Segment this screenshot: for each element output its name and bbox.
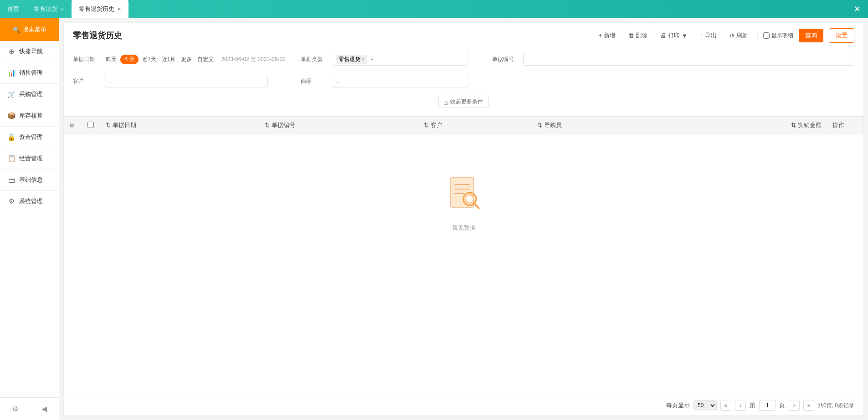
tab-retail-return-close-icon[interactable]: ✕ [60,6,64,12]
page-first-button[interactable]: « [720,400,731,411]
th-doc-date-label: ⇅ 单据日期 [106,122,136,128]
page-total: 共0页, 0条记录 [818,402,854,410]
print-button[interactable]: 🖨 打印 ▼ [657,30,691,41]
date-range-display: 2023-06-02 至 2023-06-02 [221,56,285,63]
empty-label: 暂无数据 [452,224,476,232]
sidebar-item-finance-label: 资金管理 [19,133,43,141]
export-button-label: ↑ 导出 [700,31,717,40]
sidebar-audio-icon[interactable]: ◀ [41,405,47,413]
sidebar-settings-icon[interactable]: ⚙ [12,405,18,413]
th-settings[interactable]: ⚙ [64,117,82,134]
export-button[interactable]: ↑ 导出 [697,30,720,41]
th-amount-label: ⇅ 实销金额 [791,122,822,128]
purchase-mgmt-icon: 🛒 [7,90,15,98]
sidebar-item-operations[interactable]: 📋 经营管理 [0,148,59,169]
date-opt-more[interactable]: 更多 [179,55,194,64]
svg-point-7 [466,195,469,198]
date-opt-yesterday[interactable]: 昨天 [104,55,118,64]
new-button-label: + 新增 [599,31,616,40]
tab-retail-return-history[interactable]: 零售退货历史 ✕ [72,0,128,18]
filter-goods-input[interactable]: ... [332,75,468,87]
system-mgmt-icon: ⚙ [7,197,15,205]
th-guide[interactable]: ⇅ 导购员 [532,117,668,134]
collapse-row: △ 收起更多条件 [73,92,854,112]
tab-home[interactable]: 首页 [0,0,26,18]
empty-state: 暂无数据 [64,134,863,268]
tab-retail-return-history-close-icon[interactable]: ✕ [117,6,121,12]
date-opt-custom[interactable]: 自定义 [195,55,216,64]
th-action-label: 操作 [832,122,844,128]
page-header: 零售退货历史 + 新增 🗑 删除 🖨 打印 ▼ ↑ [64,23,863,117]
display-detail-toggle[interactable]: 显示明细 [763,32,793,40]
refresh-icon: ↺ [729,32,734,39]
print-dropdown-icon[interactable]: ▼ [682,32,688,39]
filter-goods-label: 商品 [301,77,328,85]
page-next-button[interactable]: › [789,400,800,411]
operations-icon: 📋 [7,154,15,163]
page-number-input[interactable] [759,400,776,411]
sidebar-item-purchase-mgmt[interactable]: 🛒 采购管理 [0,84,59,105]
page-last-button[interactable]: » [803,400,814,411]
th-amount[interactable]: ⇅ 实销金额 [668,117,827,134]
sidebar-item-finance[interactable]: 🔒 资金管理 [0,127,59,148]
select-all-checkbox[interactable] [87,122,94,128]
filter-customer-label: 客户 [73,77,100,85]
sidebar-item-basic-info-label: 基础信息 [19,176,43,184]
sidebar-item-sales-mgmt[interactable]: 📊 销售管理 [0,62,59,84]
sidebar-item-system-mgmt-label: 系统管理 [19,197,43,205]
page-unit: 页 [779,401,785,410]
delete-button[interactable]: 🗑 删除 [625,30,652,41]
filter-doc-number-input[interactable] [523,53,854,66]
sidebar-item-inventory[interactable]: 📦 库存核算 [0,105,59,127]
display-detail-checkbox[interactable] [763,32,770,39]
sidebar-item-inventory-label: 库存核算 [19,112,43,120]
window-close-button[interactable]: ✕ [847,4,868,14]
content-area: 零售退货历史 + 新增 🗑 删除 🖨 打印 ▼ ↑ [59,18,868,420]
date-opt-7days[interactable]: 近7天 [140,55,158,64]
page-prev-button[interactable]: ‹ [735,400,746,411]
filter-customer-input[interactable]: ... [104,75,268,87]
filter-date-field: 单据日期 昨天 今天 近7天 近1月 更多 自定义 2023-06-02 至 2… [73,53,301,66]
filter-doc-type-input[interactable]: 零售退货 × ▾ [332,53,468,66]
page-label: 第 [750,401,755,410]
sidebar-item-system-mgmt[interactable]: ⚙ 系统管理 [0,191,59,212]
date-opt-today[interactable]: 今天 [120,55,139,64]
filter-doc-type-tag-close[interactable]: × [362,56,365,62]
empty-illustration [441,171,487,216]
page-size-select[interactable]: 20 50 100 [693,400,717,410]
sidebar-item-operations-label: 经营管理 [19,154,43,163]
tab-list: 首页 零售退货 ✕ 零售退货历史 ✕ [0,0,847,18]
new-button[interactable]: + 新增 [595,30,619,41]
query-button-label: 查询 [805,31,817,40]
settings-button[interactable]: 设置 [829,28,854,43]
th-checkbox[interactable] [82,117,100,134]
filter-doc-type-field: 单据类型 零售退货 × ▾ [301,51,492,67]
refresh-button[interactable]: ↺ ↺ 刷新 刷新 [726,30,752,41]
collapse-button[interactable]: △ 收起更多条件 [438,96,489,108]
sidebar-search[interactable]: 🔍 搜索菜单 [0,18,59,41]
filter-doc-type-dropdown-icon[interactable]: ▾ [371,57,373,62]
query-button[interactable]: 查询 [799,29,823,42]
sidebar-item-basic-info[interactable]: 🗃 基础信息 [0,169,59,191]
th-doc-number-label: ⇅ 单据编号 [265,122,295,128]
filter-row-1: 单据日期 昨天 今天 近7天 近1月 更多 自定义 2023-06-02 至 2… [73,48,854,70]
sidebar-item-quick-nav[interactable]: ⊕ 快捷导航 [0,41,59,62]
finance-icon: 🔒 [7,133,15,141]
column-settings-icon[interactable]: ⚙ [69,122,75,129]
th-doc-date[interactable]: ⇅ 单据日期 [100,117,259,134]
collapse-label: 收起更多条件 [450,98,483,106]
filter-customer-field: 客户 ... [73,73,301,89]
th-customer[interactable]: ⇅ 客户 [418,117,532,134]
filter-doc-number-field: 单据编号 [492,51,854,67]
tab-retail-return[interactable]: 零售退货 ✕ [26,0,72,18]
filter-area: 单据日期 昨天 今天 近7天 近1月 更多 自定义 2023-06-02 至 2… [73,48,854,116]
collapse-icon: △ [444,99,448,105]
print-button-label: 🖨 打印 [660,31,680,40]
date-opt-1month[interactable]: 近1月 [160,55,178,64]
filter-doc-number-label: 单据编号 [492,56,519,63]
th-guide-label: ⇅ 导购员 [537,122,562,128]
pagination-bar: 每页显示 20 50 100 « ‹ 第 页 › » 共0页, 0条记录 [64,395,863,415]
th-doc-number[interactable]: ⇅ 单据编号 [259,117,418,134]
inventory-icon: 📦 [7,112,15,120]
top-bar: 首页 零售退货 ✕ 零售退货历史 ✕ ✕ [0,0,868,18]
